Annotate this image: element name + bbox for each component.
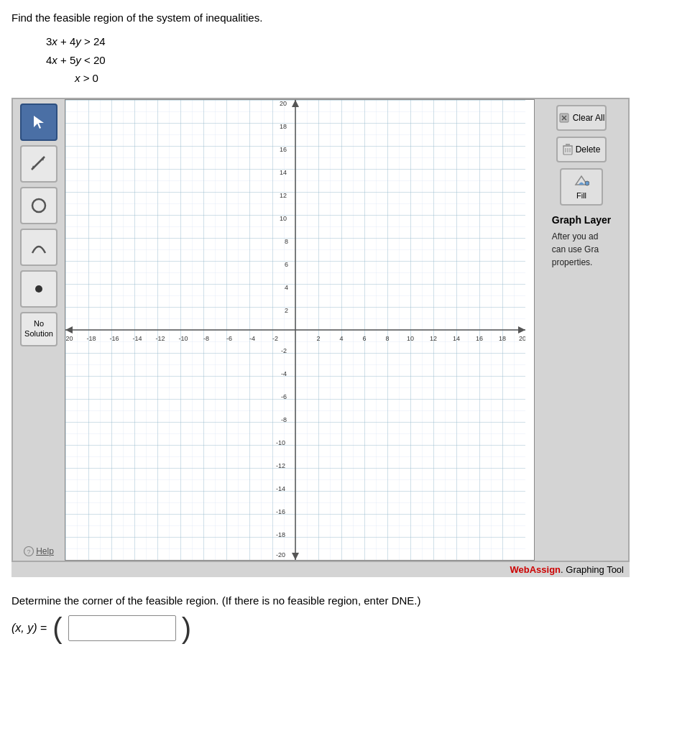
svg-text:-10: -10 [276, 439, 285, 446]
svg-text:-18: -18 [276, 531, 285, 538]
svg-text:8: 8 [285, 238, 288, 245]
svg-text:-14: -14 [276, 485, 285, 492]
svg-text:6: 6 [285, 261, 288, 268]
graph-layer-panel: Graph Layer After you adcan use Graprope… [552, 214, 611, 269]
svg-text:-16: -16 [276, 508, 285, 515]
svg-text:10: 10 [280, 215, 287, 222]
svg-text:-16: -16 [109, 335, 119, 342]
svg-text:14: 14 [453, 335, 460, 342]
svg-text:2: 2 [285, 307, 288, 314]
svg-text:-20: -20 [276, 551, 285, 558]
webassign-label: WebAssign [510, 564, 561, 575]
svg-text:20: 20 [519, 335, 525, 342]
svg-text:-4: -4 [281, 370, 287, 377]
parabola-tool-button[interactable] [20, 229, 57, 266]
inequalities: 3x + 4y > 24 4x + 5y < 20 x > 0 [46, 32, 689, 88]
svg-text:-2: -2 [281, 347, 287, 354]
answer-row: (x, y) = ( ) [11, 614, 689, 643]
svg-text:-6: -6 [281, 393, 287, 400]
svg-text:-12: -12 [155, 335, 165, 342]
svg-text:-8: -8 [203, 335, 209, 342]
delete-label: Delete [576, 144, 601, 155]
circle-tool-button[interactable] [20, 187, 57, 224]
svg-point-5 [35, 285, 42, 293]
point-tool-button[interactable] [20, 270, 57, 308]
svg-marker-0 [34, 116, 44, 129]
bottom-section: Determine the corner of the feasible reg… [11, 594, 689, 643]
svg-text:8: 8 [385, 335, 389, 342]
svg-text:6: 6 [362, 335, 366, 342]
svg-text:-2: -2 [272, 335, 278, 342]
svg-text:-14: -14 [132, 335, 142, 342]
coord-label: (x, y) = [11, 622, 47, 635]
right-panel: Clear All Delete Fill Graph Layer [535, 99, 628, 561]
inequality-2: 4x + 5y < 20 [46, 51, 689, 70]
graph-svg: -20 -18 -16 -14 -12 -10 -8 -6 -4 -2 2 4 … [65, 100, 525, 560]
graphing-tool: NoSolution ? Help [11, 98, 630, 562]
svg-text:14: 14 [280, 169, 287, 176]
svg-text:18: 18 [499, 335, 506, 342]
svg-point-65 [585, 181, 589, 185]
no-solution-button[interactable]: NoSolution [20, 312, 57, 346]
svg-text:12: 12 [280, 192, 287, 199]
graph-layer-desc: After you adcan use Graproperties. [552, 230, 611, 269]
close-paren: ) [182, 614, 191, 643]
svg-text:-6: -6 [226, 335, 232, 342]
svg-point-4 [32, 199, 45, 212]
left-toolbar: NoSolution ? Help [13, 99, 65, 561]
footer-text: WebAssign. Graphing Tool [510, 564, 625, 575]
corner-instruction: Determine the corner of the feasible reg… [11, 594, 689, 607]
svg-text:18: 18 [280, 123, 287, 130]
clear-all-label: Clear All [573, 113, 605, 123]
fill-label: Fill [576, 191, 586, 200]
svg-text:-8: -8 [281, 416, 287, 423]
svg-text:-10: -10 [178, 335, 188, 342]
inequality-3: x > 0 [75, 69, 689, 88]
svg-text:-4: -4 [249, 335, 255, 342]
inequality-1: 3x + 4y > 24 [46, 32, 689, 51]
svg-text:4: 4 [339, 335, 343, 342]
clear-all-button[interactable]: Clear All [556, 105, 607, 131]
delete-button[interactable]: Delete [556, 137, 607, 162]
problem-instruction: Find the feasible region of the system o… [11, 12, 689, 24]
svg-text:12: 12 [430, 335, 437, 342]
svg-text:2: 2 [316, 335, 320, 342]
graph-layer-title: Graph Layer [552, 214, 611, 226]
no-solution-label: NoSolution [24, 319, 53, 338]
help-link[interactable]: ? Help [24, 546, 54, 556]
select-tool-button[interactable] [20, 104, 57, 141]
svg-text:-20: -20 [65, 335, 73, 342]
graphing-tool-label: . Graphing Tool [561, 564, 624, 575]
svg-text:10: 10 [407, 335, 414, 342]
open-paren: ( [52, 614, 62, 643]
svg-text:4: 4 [285, 284, 288, 291]
svg-text:20: 20 [280, 100, 287, 107]
svg-text:16: 16 [280, 146, 287, 153]
svg-text:?: ? [27, 548, 31, 556]
svg-text:16: 16 [476, 335, 483, 342]
answer-input[interactable] [68, 615, 176, 641]
footer-bar: WebAssign. Graphing Tool [11, 562, 630, 577]
graph-canvas[interactable]: -20 -18 -16 -14 -12 -10 -8 -6 -4 -2 2 4 … [65, 99, 535, 561]
line-tool-button[interactable] [20, 145, 57, 183]
svg-text:-12: -12 [276, 462, 285, 469]
help-label: Help [36, 546, 54, 556]
svg-text:-18: -18 [86, 335, 96, 342]
fill-button[interactable]: Fill [560, 168, 603, 206]
